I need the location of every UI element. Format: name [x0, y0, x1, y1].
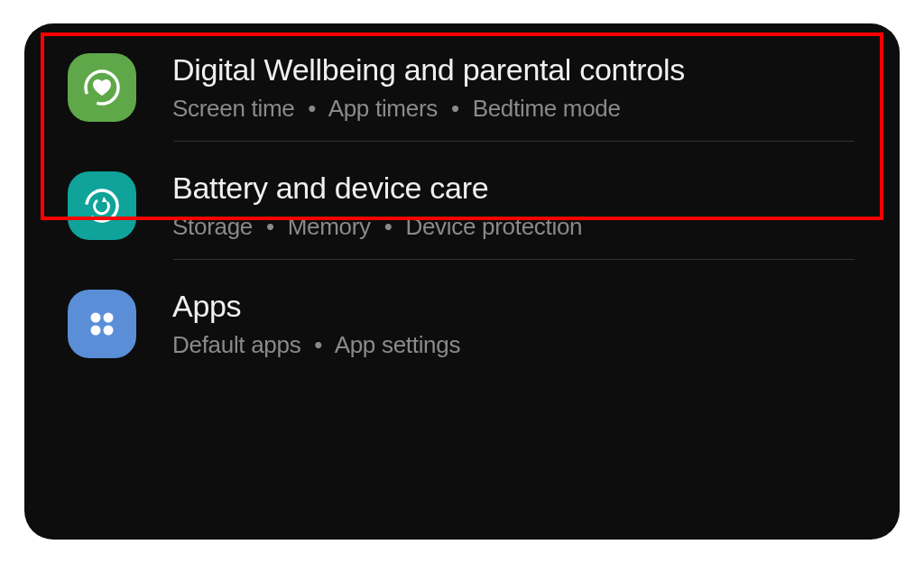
item-text: Apps Default apps • App settings	[172, 289, 864, 359]
settings-item-wellbeing[interactable]: Digital Wellbeing and parental controls …	[24, 23, 900, 141]
item-title: Battery and device care	[172, 171, 864, 206]
svg-point-5	[104, 326, 114, 336]
battery-care-icon	[68, 171, 136, 240]
item-text: Battery and device care Storage • Memory…	[172, 171, 864, 241]
svg-point-4	[91, 326, 101, 336]
item-subtitle: Screen time • App timers • Bedtime mode	[172, 95, 864, 123]
settings-panel: Digital Wellbeing and parental controls …	[24, 23, 900, 540]
item-text: Digital Wellbeing and parental controls …	[172, 52, 864, 123]
settings-item-apps[interactable]: Apps Default apps • App settings	[24, 260, 900, 377]
svg-point-1	[84, 188, 119, 223]
item-title: Digital Wellbeing and parental controls	[172, 52, 864, 88]
apps-icon	[68, 290, 136, 358]
item-subtitle: Storage • Memory • Device protection	[172, 213, 864, 241]
item-title: Apps	[172, 289, 864, 324]
svg-point-2	[91, 313, 101, 323]
wellbeing-icon	[68, 53, 136, 122]
svg-point-3	[104, 313, 114, 323]
item-subtitle: Default apps • App settings	[172, 331, 864, 359]
settings-item-battery[interactable]: Battery and device care Storage • Memory…	[24, 142, 900, 259]
